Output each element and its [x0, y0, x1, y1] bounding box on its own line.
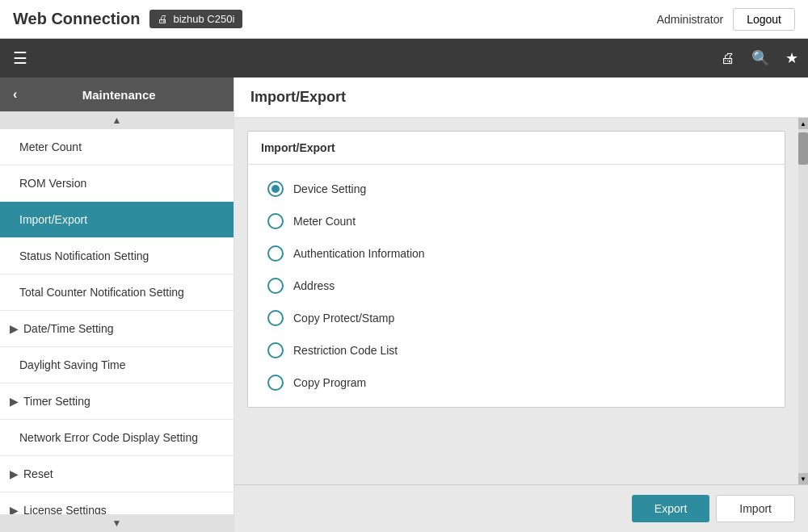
- sidebar-item-import-export[interactable]: Import/Export: [0, 202, 234, 238]
- sidebar-item-datetime-setting[interactable]: ▶ Date/Time Setting: [0, 311, 234, 347]
- sidebar-item-label: Import/Export: [19, 213, 87, 226]
- sidebar-item-total-counter[interactable]: Total Counter Notification Setting: [0, 274, 234, 311]
- radio-label-address: Address: [293, 279, 335, 292]
- sidebar-item-daylight-saving[interactable]: Daylight Saving Time: [0, 347, 234, 383]
- header-left: Web Connection 🖨 bizhub C250i: [13, 10, 242, 28]
- print-icon[interactable]: 🖨: [721, 50, 735, 67]
- content-footer: Export Import: [234, 484, 808, 532]
- star-icon[interactable]: ★: [785, 49, 798, 67]
- toolbar-left: ☰: [10, 45, 31, 71]
- header-right: Administrator Logout: [657, 8, 795, 31]
- datetime-arrow-icon: ▶: [10, 322, 19, 335]
- radio-option-auth-info[interactable]: Authentication Information: [267, 245, 765, 262]
- main-layout: ‹ Maintenance ▲ Meter Count ROM Version …: [0, 77, 808, 532]
- scroll-thumb[interactable]: [798, 132, 808, 165]
- radio-option-copy-program[interactable]: Copy Program: [267, 375, 765, 391]
- sidebar-item-license-settings[interactable]: ▶ License Settings: [0, 492, 234, 514]
- sidebar-item-label: Timer Setting: [23, 395, 221, 408]
- sidebar-item-label: Total Counter Notification Setting: [19, 286, 184, 299]
- radio-auth-info[interactable]: [267, 245, 284, 262]
- radio-option-restriction-code-list[interactable]: Restriction Code List: [267, 342, 765, 358]
- sidebar-title: Maintenance: [82, 88, 156, 102]
- radio-option-meter-count[interactable]: Meter Count: [267, 213, 765, 229]
- radio-copy-protect-stamp[interactable]: [267, 310, 284, 326]
- sidebar-item-label: License Settings: [23, 504, 221, 514]
- toolbar-right: 🖨 🔍 ★: [721, 49, 798, 67]
- radio-option-copy-protect-stamp[interactable]: Copy Protect/Stamp: [267, 310, 765, 326]
- radio-label-copy-program: Copy Program: [293, 376, 366, 389]
- radio-copy-program[interactable]: [267, 375, 284, 391]
- sidebar-item-status-notification[interactable]: Status Notification Setting: [0, 238, 234, 274]
- scroll-track: [798, 129, 808, 473]
- reset-arrow-icon: ▶: [10, 467, 19, 480]
- sidebar: ‹ Maintenance ▲ Meter Count ROM Version …: [0, 77, 234, 532]
- toolbar: ☰ 🖨 🔍 ★: [0, 39, 808, 77]
- sidebar-header: ‹ Maintenance: [0, 77, 234, 111]
- sidebar-item-label: Status Notification Setting: [19, 249, 149, 262]
- content-panel: Import/Export Device Setting Meter Count: [247, 131, 785, 408]
- radio-label-restriction-code-list: Restriction Code List: [293, 344, 398, 357]
- radio-label-auth-info: Authentication Information: [293, 247, 425, 260]
- sidebar-item-timer-setting[interactable]: ▶ Timer Setting: [0, 383, 234, 420]
- header: Web Connection 🖨 bizhub C250i Administra…: [0, 0, 808, 39]
- content-area: Import/Export Import/Export Device Setti…: [234, 77, 808, 532]
- radio-restriction-code-list[interactable]: [267, 342, 284, 358]
- panel-body: Device Setting Meter Count Authenticatio…: [248, 165, 785, 407]
- radio-option-address[interactable]: Address: [267, 278, 765, 294]
- device-info: 🖨 bizhub C250i: [149, 10, 242, 28]
- admin-label: Administrator: [657, 13, 723, 26]
- timer-arrow-icon: ▶: [10, 395, 19, 408]
- right-scrollbar[interactable]: ▲ ▼: [798, 118, 808, 484]
- search-icon[interactable]: 🔍: [751, 49, 769, 67]
- sidebar-back-button[interactable]: ‹: [13, 87, 17, 102]
- panel-title: Import/Export: [248, 132, 785, 165]
- sidebar-scroll-up-button[interactable]: ▲: [0, 111, 234, 129]
- sidebar-scroll-down-button[interactable]: ▼: [0, 514, 234, 532]
- device-name: bizhub C250i: [173, 13, 234, 25]
- sidebar-item-label: Reset: [23, 467, 221, 480]
- sidebar-item-label: Network Error Code Display Setting: [19, 431, 198, 444]
- scroll-up-arrow[interactable]: ▲: [798, 118, 808, 129]
- scroll-down-arrow[interactable]: ▼: [798, 473, 808, 484]
- sidebar-item-label: Daylight Saving Time: [19, 358, 126, 371]
- license-arrow-icon: ▶: [10, 504, 19, 514]
- app-title: Web Connection: [13, 10, 140, 28]
- radio-option-device-setting[interactable]: Device Setting: [267, 181, 765, 197]
- sidebar-item-rom-version[interactable]: ROM Version: [0, 165, 234, 202]
- import-button[interactable]: Import: [716, 495, 795, 522]
- page-title: Import/Export: [234, 77, 808, 118]
- export-button[interactable]: Export: [632, 495, 709, 522]
- radio-meter-count[interactable]: [267, 213, 284, 229]
- sidebar-item-meter-count[interactable]: Meter Count: [0, 129, 234, 165]
- radio-label-copy-protect-stamp: Copy Protect/Stamp: [293, 312, 394, 325]
- sidebar-item-label: ROM Version: [19, 177, 86, 190]
- radio-label-device-setting: Device Setting: [293, 182, 366, 195]
- radio-label-meter-count: Meter Count: [293, 215, 356, 228]
- logout-button[interactable]: Logout: [733, 8, 795, 31]
- sidebar-item-reset[interactable]: ▶ Reset: [0, 456, 234, 492]
- printer-icon: 🖨: [158, 13, 168, 25]
- sidebar-item-label: Meter Count: [19, 140, 82, 153]
- radio-address[interactable]: [267, 278, 284, 294]
- content-body: Import/Export Device Setting Meter Count: [234, 118, 798, 484]
- hamburger-menu-icon[interactable]: ☰: [10, 45, 31, 71]
- sidebar-item-network-error-code[interactable]: Network Error Code Display Setting: [0, 420, 234, 456]
- sidebar-item-label: Date/Time Setting: [23, 322, 221, 335]
- radio-device-setting[interactable]: [267, 181, 284, 197]
- sidebar-items: Meter Count ROM Version Import/Export St…: [0, 129, 234, 514]
